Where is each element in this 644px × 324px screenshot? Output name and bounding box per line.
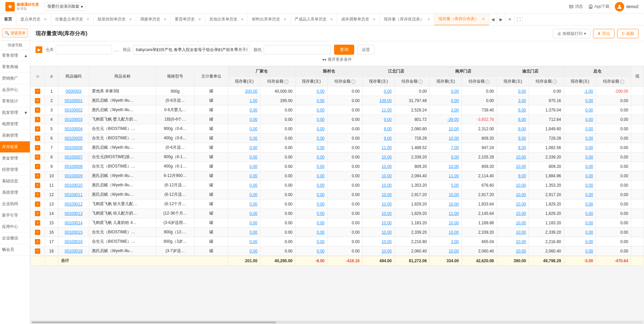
industry-selector[interactable]: 母婴行业演示陈套 ▾ bbox=[44, 3, 86, 10]
tab-inventory-status[interactable]: 现存量（库存状况表） ✕ bbox=[380, 13, 434, 26]
row-yb-qty[interactable]: 6.00 bbox=[497, 105, 529, 115]
row-zc-qty[interactable]: 0.00 bbox=[564, 143, 596, 152]
row-jb-qty[interactable]: 9.00 bbox=[363, 124, 395, 134]
sidebar-item-retail-mgmt[interactable]: 零售管理 ▲ bbox=[0, 50, 30, 61]
row-expand-btn[interactable]: + bbox=[35, 145, 40, 150]
row-yb-qty[interactable]: 10.00 bbox=[497, 246, 529, 256]
tab-close-icon[interactable]: ✕ bbox=[330, 17, 333, 21]
info-icon[interactable]: i bbox=[485, 80, 490, 84]
tab-prev-btn[interactable]: ◀ bbox=[489, 13, 497, 26]
tab-other-out[interactable]: 其他出库单历史 ✕ bbox=[205, 13, 248, 26]
sidebar-item-new-guide[interactable]: 新手引导 bbox=[0, 210, 30, 221]
row-zc-qty[interactable]: 0.00 bbox=[564, 246, 596, 256]
row-cc-qty[interactable]: 0.00 bbox=[295, 124, 327, 134]
info-icon[interactable]: i bbox=[552, 80, 557, 84]
row-jb-qty[interactable]: 11.00 bbox=[363, 105, 395, 115]
tab-close-icon[interactable]: ✕ bbox=[129, 17, 132, 21]
row-jb-qty[interactable]: 10.00 bbox=[363, 190, 395, 199]
row-code[interactable]: 00100004 bbox=[58, 124, 89, 134]
tab-product-in[interactable]: 产成品入库单历史 ✕ bbox=[290, 13, 337, 26]
tab-cost-adjust[interactable]: 成本调整单历史 ✕ bbox=[337, 13, 380, 26]
row-code[interactable]: 00100010 bbox=[58, 181, 89, 190]
row-code[interactable]: 00100002 bbox=[58, 105, 89, 115]
sidebar-item-wholesale[interactable]: 批发管理 ▼ bbox=[0, 107, 30, 119]
row-yb-qty[interactable]: 9.00 bbox=[497, 134, 529, 143]
sidebar-item-app-center[interactable]: 应用中心 bbox=[0, 221, 30, 233]
warehouse-input[interactable] bbox=[56, 45, 112, 54]
row-jb-qty[interactable]: 10.00 bbox=[363, 181, 395, 190]
tab-close-icon[interactable]: ✕ bbox=[241, 17, 244, 21]
row-code[interactable]: 00100013 bbox=[58, 209, 89, 218]
row-cy-qty[interactable]: 1.00 bbox=[228, 96, 260, 105]
tab-next-btn[interactable]: ▶ bbox=[497, 13, 505, 26]
row-na-qty[interactable]: 3.00 bbox=[430, 105, 462, 115]
row-cc-qty[interactable]: 0.00 bbox=[295, 134, 327, 143]
filter-expand-arrow[interactable]: ▶ bbox=[36, 46, 42, 53]
tab-stocktake[interactable]: 盘点单历史 ✕ bbox=[16, 13, 51, 26]
tab-close-icon[interactable]: ✕ bbox=[87, 17, 89, 21]
row-jb-qty[interactable]: 10.00 bbox=[363, 237, 395, 246]
row-zc-qty[interactable]: 0.00 bbox=[564, 199, 596, 209]
sidebar-item-enterprise-wechat[interactable]: 企业微信 bbox=[0, 233, 30, 244]
tab-fullscreen-btn[interactable]: ⛶ bbox=[515, 13, 523, 26]
print-btn[interactable]: 🖨 按模版打印 ▾ bbox=[553, 29, 590, 38]
sidebar-item-retail-stats[interactable]: 零售统计 bbox=[0, 96, 30, 107]
row-na-qty[interactable]: 7.00 bbox=[430, 143, 462, 152]
row-na-qty[interactable]: 10.00 bbox=[430, 162, 462, 171]
row-cc-qty[interactable]: 0.00 bbox=[295, 171, 327, 181]
product-input[interactable] bbox=[133, 45, 250, 54]
row-cc-qty[interactable]: 0.00 bbox=[295, 181, 327, 190]
row-na-qty[interactable]: 11.00 bbox=[430, 171, 462, 181]
row-na-qty[interactable]: 10.00 bbox=[430, 199, 462, 209]
row-code[interactable]: 00100012 bbox=[58, 199, 89, 209]
row-cc-qty[interactable]: 0.00 bbox=[295, 115, 327, 124]
row-code[interactable]: 00100006 bbox=[58, 143, 89, 152]
sidebar-item-operations[interactable]: 经营管理 bbox=[0, 164, 30, 176]
row-yb-qty[interactable]: 9.00 bbox=[497, 171, 529, 181]
row-zc-qty[interactable]: 0.00 bbox=[564, 134, 596, 143]
row-jb-qty[interactable]: 109.00 bbox=[363, 96, 395, 105]
row-jb-qty[interactable]: 11.00 bbox=[363, 143, 395, 152]
row-zc-qty[interactable]: 0.00 bbox=[564, 105, 596, 115]
row-expand-btn[interactable]: + bbox=[35, 248, 40, 254]
row-expand-btn[interactable]: + bbox=[35, 211, 40, 216]
row-yb-qty[interactable]: 10.00 bbox=[497, 228, 529, 237]
row-jb-qty[interactable]: 10.00 bbox=[363, 199, 395, 209]
query-btn[interactable]: 查询 bbox=[334, 45, 354, 55]
row-jb-qty[interactable]: 10.00 bbox=[363, 209, 395, 218]
row-zc-qty[interactable]: 0.00 bbox=[564, 124, 596, 134]
row-expand-btn[interactable]: + bbox=[35, 220, 40, 226]
sidebar-item-marketing[interactable]: 营销推广 bbox=[0, 73, 30, 84]
row-code[interactable]: 00100001 bbox=[58, 96, 89, 105]
row-cc-qty[interactable]: 0.00 bbox=[295, 96, 327, 105]
row-cy-qty[interactable]: 0.00 bbox=[228, 124, 260, 134]
row-na-qty[interactable]: 10.00 bbox=[430, 190, 462, 199]
sidebar-item-retail-mall[interactable]: 零售商城 bbox=[0, 61, 30, 73]
row-na-qty[interactable]: 10.00 bbox=[430, 124, 462, 134]
color-input[interactable] bbox=[264, 45, 331, 54]
sidebar-item-finance[interactable]: 资金管理 bbox=[0, 153, 30, 164]
row-na-qty[interactable]: 0.00 bbox=[430, 96, 462, 105]
row-expand-btn[interactable]: + bbox=[35, 126, 40, 132]
row-code[interactable]: 00100011 bbox=[58, 190, 89, 199]
row-na-qty[interactable]: 10.00 bbox=[430, 246, 462, 256]
row-cy-qty[interactable]: 0.00 bbox=[228, 218, 260, 228]
message-btn[interactable]: 消息 bbox=[569, 4, 583, 9]
row-zc-qty[interactable]: 0.00 bbox=[564, 96, 596, 105]
row-expand-btn[interactable]: + bbox=[35, 107, 40, 113]
row-expand-btn[interactable]: + bbox=[35, 98, 40, 103]
row-yb-qty[interactable]: 8.00 bbox=[497, 115, 529, 124]
scrollbar-track[interactable] bbox=[32, 321, 643, 323]
row-cy-qty[interactable]: 0.00 bbox=[228, 115, 260, 124]
row-yb-qty[interactable]: 10.00 bbox=[497, 218, 529, 228]
row-jb-qty[interactable]: 10.00 bbox=[363, 171, 395, 181]
row-jb-qty[interactable]: 10.00 bbox=[363, 246, 395, 256]
row-zc-qty[interactable]: 0.00 bbox=[564, 115, 596, 124]
row-zc-qty[interactable]: 0.00 bbox=[564, 228, 596, 237]
quick-nav-btn[interactable]: 快捷导航 bbox=[0, 41, 30, 50]
refresh-btn[interactable]: ↻ 刷新 bbox=[617, 29, 639, 38]
row-cc-qty[interactable]: 0.00 bbox=[295, 209, 327, 218]
sidebar-item-enterprise-collab[interactable]: 企业协同 bbox=[0, 198, 30, 210]
row-zc-qty[interactable]: 0.00 bbox=[564, 237, 596, 246]
sidebar-item-ecommerce[interactable]: 电商管理 bbox=[0, 119, 30, 130]
